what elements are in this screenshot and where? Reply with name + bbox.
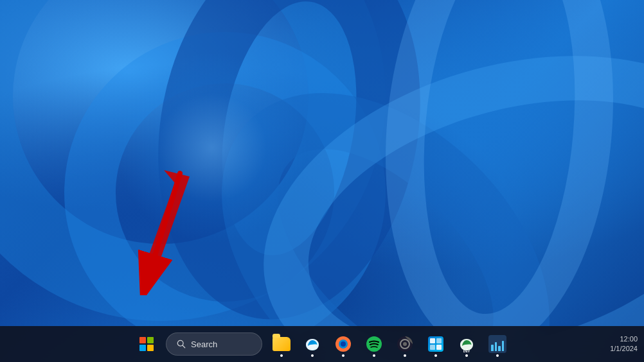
taskbar-spotify[interactable] xyxy=(360,330,388,358)
system-tray[interactable]: 12:00 1/1/2024 xyxy=(610,334,638,354)
file-explorer-icon xyxy=(273,337,291,351)
active-indicator xyxy=(434,354,437,357)
tray-time: 12:00 1/1/2024 xyxy=(610,334,638,354)
windows-logo-icon xyxy=(139,337,154,351)
active-indicator xyxy=(465,354,468,357)
edge-dev-icon: DEV xyxy=(458,335,476,353)
edge-icon xyxy=(303,335,321,353)
svg-point-8 xyxy=(341,341,346,347)
search-bar[interactable]: Search xyxy=(166,332,262,356)
taskbar-edge[interactable] xyxy=(298,330,326,358)
ms-store-icon xyxy=(427,335,445,353)
svg-rect-16 xyxy=(430,345,435,350)
taskbar-file-explorer[interactable] xyxy=(267,330,296,358)
search-label: Search xyxy=(191,340,217,349)
taskbar-circle-app[interactable] xyxy=(391,330,419,358)
svg-point-12 xyxy=(403,342,407,346)
taskbar: Search xyxy=(0,326,644,362)
desktop: Search xyxy=(0,0,644,362)
active-indicator xyxy=(404,354,406,357)
taskbar-firefox[interactable] xyxy=(329,330,357,358)
taskbar-chart-app[interactable] xyxy=(483,330,512,358)
start-button[interactable] xyxy=(132,330,161,358)
taskbar-edge-dev[interactable]: DEV xyxy=(452,330,481,358)
svg-line-4 xyxy=(183,345,185,348)
svg-text:DEV: DEV xyxy=(463,349,470,353)
taskbar-items: Search xyxy=(132,330,512,358)
svg-rect-14 xyxy=(430,338,435,343)
circle-app-icon xyxy=(396,335,414,353)
wallpaper xyxy=(0,0,644,362)
chart-app-icon xyxy=(488,335,506,353)
svg-rect-17 xyxy=(436,345,442,350)
search-icon xyxy=(177,340,186,349)
active-indicator xyxy=(280,354,283,357)
active-indicator xyxy=(496,354,499,357)
spotify-icon xyxy=(365,335,383,353)
active-indicator xyxy=(373,354,375,357)
taskbar-ms-store[interactable] xyxy=(422,330,450,358)
svg-rect-15 xyxy=(436,338,442,343)
active-indicator xyxy=(311,354,314,357)
active-indicator xyxy=(342,354,344,357)
firefox-icon xyxy=(334,335,352,353)
